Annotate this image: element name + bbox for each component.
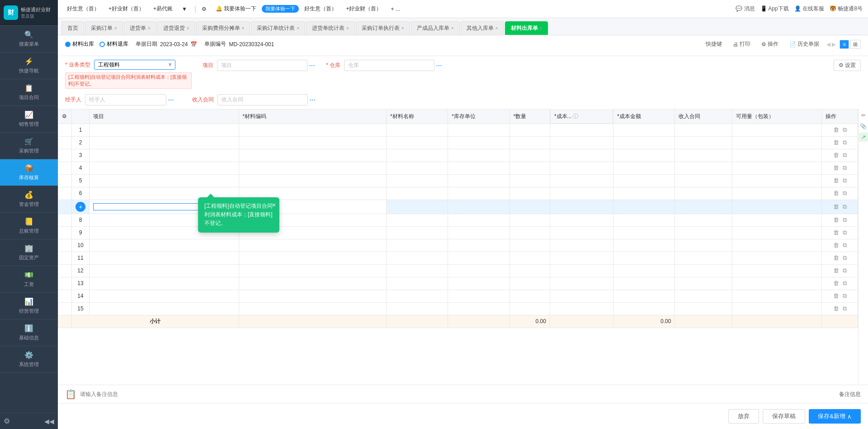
row-contract-9[interactable] <box>675 226 732 239</box>
row-qty-14[interactable] <box>509 290 550 302</box>
message-btn[interactable]: 💬 消息 <box>736 5 755 13</box>
row-project-2[interactable] <box>90 136 239 149</box>
topbar-nav-more[interactable]: + ... <box>387 4 403 14</box>
row-cost-9[interactable] <box>550 226 613 239</box>
right-panel-clip-icon[interactable]: 📎 <box>859 122 868 131</box>
row-available-1[interactable] <box>732 124 822 136</box>
row-unit-8[interactable] <box>448 214 509 226</box>
calendar-icon[interactable]: 📅 <box>190 41 197 48</box>
row-unit-12[interactable] <box>448 264 509 277</box>
row-name-15[interactable] <box>387 302 448 315</box>
project-dots-icon[interactable]: ··· <box>309 62 315 69</box>
row-amount-11[interactable] <box>613 252 675 264</box>
history-btn[interactable]: 📄 历史单据 <box>786 39 823 49</box>
row-project-13[interactable] <box>90 277 239 290</box>
notes-input[interactable] <box>80 391 835 397</box>
row-qty-12[interactable] <box>509 264 550 277</box>
row-qty-10[interactable] <box>509 239 550 252</box>
row-cost-12[interactable] <box>550 264 613 277</box>
row-amount-8[interactable] <box>613 214 675 226</box>
right-panel-edit-icon[interactable]: ✏ <box>859 111 868 120</box>
row-cost-8[interactable] <box>550 214 613 226</box>
row-amount-4[interactable] <box>613 162 675 174</box>
row-name-11[interactable] <box>387 252 448 264</box>
right-panel-export-icon[interactable]: ↗ <box>859 133 868 142</box>
row-project-10[interactable] <box>90 239 239 252</box>
sidebar-item-资金管理[interactable]: 💰资金管理 <box>0 186 58 213</box>
row-amount-2[interactable] <box>613 136 675 149</box>
row-unit-15[interactable] <box>448 302 509 315</box>
warehouse-dots-icon[interactable]: ··· <box>436 62 442 69</box>
sidebar-item-库存核算[interactable]: 📦库存核算 <box>0 159 58 186</box>
row-project-15[interactable] <box>90 302 239 315</box>
delete-icon-5[interactable]: 🗑 <box>833 177 839 184</box>
delete-icon-14[interactable]: 🗑 <box>833 292 839 300</box>
user-avatar[interactable]: 🐯 畅捷通8号 <box>830 5 863 13</box>
project-select[interactable]: 项目 <box>217 60 307 71</box>
row-contract-14[interactable] <box>675 290 732 302</box>
row-qty-15[interactable] <box>509 302 550 315</box>
topbar-nav-haoyecai2[interactable]: +好业财（首） <box>342 3 385 14</box>
row-cost-3[interactable] <box>550 149 613 162</box>
sidebar-item-搜索菜单[interactable]: 🔍搜索菜单 <box>0 26 58 52</box>
row-contract-3[interactable] <box>675 149 732 162</box>
row-unit-6[interactable] <box>448 187 509 200</box>
row-code-10[interactable] <box>239 239 387 252</box>
tab-close-9[interactable]: × <box>495 26 498 31</box>
row-cost-14[interactable] <box>550 290 613 302</box>
row-cost-7[interactable] <box>550 200 613 214</box>
row-qty-8[interactable] <box>509 214 550 226</box>
copy-icon-5[interactable]: ⧉ <box>843 177 847 184</box>
info-icon[interactable]: ⓘ <box>573 113 578 120</box>
row-available-15[interactable] <box>732 302 822 315</box>
tab-采购订单[interactable]: 采购订单× <box>85 21 123 35</box>
topbar-nav-haoshengyi2[interactable]: 好生意（首） <box>301 3 340 14</box>
row-unit-5[interactable] <box>448 174 509 187</box>
row-project-5[interactable] <box>90 174 239 187</box>
row-available-14[interactable] <box>732 290 822 302</box>
row-project-4[interactable] <box>90 162 239 174</box>
row-available-3[interactable] <box>732 149 822 162</box>
copy-icon-14[interactable]: ⧉ <box>843 292 847 300</box>
income-contract-dots-icon[interactable]: ··· <box>310 97 316 103</box>
row-cost-15[interactable] <box>550 302 613 315</box>
row-code-2[interactable] <box>239 136 387 149</box>
row-code-5[interactable] <box>239 174 387 187</box>
row-available-8[interactable] <box>732 214 822 226</box>
row-amount-9[interactable] <box>613 226 675 239</box>
row-contract-7[interactable] <box>675 200 732 214</box>
delete-icon-12[interactable]: 🗑 <box>833 267 839 274</box>
discard-button[interactable]: 放弃 <box>728 409 759 424</box>
copy-icon-10[interactable]: ⧉ <box>843 242 847 249</box>
settings-button[interactable]: ⚙ 设置 <box>834 60 861 71</box>
sidebar-item-经营管理[interactable]: 📊经营管理 <box>0 293 58 319</box>
row-amount-10[interactable] <box>613 239 675 252</box>
row-name-7[interactable] <box>387 200 448 214</box>
tab-首页[interactable]: 首页 <box>61 21 84 35</box>
row-qty-5[interactable] <box>509 174 550 187</box>
row-contract-4[interactable] <box>675 162 732 174</box>
delete-icon-6[interactable]: 🗑 <box>833 190 839 197</box>
row-qty-4[interactable] <box>509 162 550 174</box>
row-cost-10[interactable] <box>550 239 613 252</box>
handler-dots-icon[interactable]: ··· <box>168 97 174 103</box>
copy-icon-7[interactable]: ⧉ <box>843 203 847 210</box>
settings-gear-icon[interactable]: ⚙ <box>198 4 210 14</box>
collapse-icon[interactable]: ◀◀ <box>44 418 54 425</box>
sidebar-item-工资[interactable]: 💵工资 <box>0 266 58 293</box>
row-contract-8[interactable] <box>675 214 732 226</box>
delete-icon-11[interactable]: 🗑 <box>833 254 839 262</box>
row-available-9[interactable] <box>732 226 822 239</box>
operations-btn[interactable]: ⚙ 操作 <box>758 39 782 49</box>
row-name-14[interactable] <box>387 290 448 302</box>
sidebar-item-快捷导航[interactable]: ⚡快捷导航 <box>0 52 58 79</box>
row-qty-11[interactable] <box>509 252 550 264</box>
row-available-4[interactable] <box>732 162 822 174</box>
radio-material-out[interactable]: 材料出库 <box>65 40 94 48</box>
row-available-5[interactable] <box>732 174 822 187</box>
row-qty-6[interactable] <box>509 187 550 200</box>
copy-icon-2[interactable]: ⧉ <box>843 139 847 146</box>
row-project-3[interactable] <box>90 149 239 162</box>
tab-进货单统计表[interactable]: 进货单统计表× <box>306 21 355 35</box>
row-code-14[interactable] <box>239 290 387 302</box>
